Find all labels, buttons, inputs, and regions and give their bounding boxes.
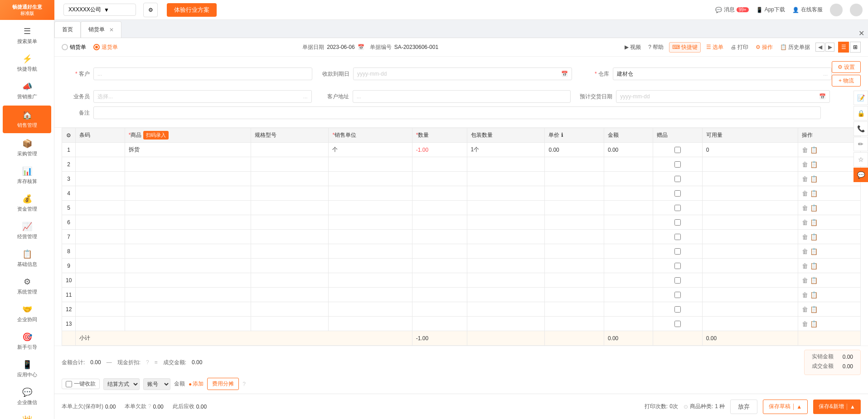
row-gift[interactable] <box>653 273 702 288</box>
row-qty[interactable] <box>412 230 467 244</box>
row-unit[interactable] <box>329 273 412 288</box>
row-gift[interactable] <box>653 186 702 201</box>
copy-icon[interactable]: 📋 <box>810 190 818 197</box>
delete-icon[interactable]: 🗑 <box>802 190 808 197</box>
col-settings[interactable]: ⚙ <box>62 128 76 143</box>
sidebar-item-search-order[interactable]: ☰ 搜索菜单 <box>0 22 54 49</box>
salesperson-input[interactable]: 选择... ... <box>93 90 312 103</box>
row-barcode[interactable] <box>76 317 125 331</box>
row-spec[interactable] <box>251 230 329 244</box>
tab-sales[interactable]: 销货单 ✕ <box>81 21 121 38</box>
row-barcode[interactable] <box>76 259 125 273</box>
row-unit[interactable] <box>329 302 412 317</box>
delete-icon[interactable]: 🗑 <box>802 291 808 299</box>
trial-button[interactable]: 体验行业方案 <box>167 3 217 17</box>
delete-icon[interactable]: 🗑 <box>802 233 808 241</box>
row-pkg-qty[interactable] <box>467 244 545 259</box>
user-avatar-2[interactable] <box>850 4 863 16</box>
copy-icon[interactable]: 📋 <box>810 262 818 270</box>
row-qty[interactable] <box>412 302 467 317</box>
gift-checkbox[interactable] <box>674 161 681 168</box>
payment-calendar-icon[interactable]: 📅 <box>561 71 568 77</box>
logistics-button[interactable]: + 物流 <box>832 75 861 87</box>
row-pkg-qty[interactable] <box>467 186 545 201</box>
row-spec[interactable] <box>251 288 329 302</box>
scan-button[interactable]: 扫码录入 <box>143 131 169 140</box>
copy-icon[interactable]: 📋 <box>810 320 818 327</box>
history-btn[interactable]: 📋 历史单据 <box>778 43 812 52</box>
row-amount[interactable] <box>604 244 653 259</box>
operations-btn[interactable]: ⚙ 操作 <box>754 43 775 52</box>
messages-button[interactable]: 💬 消息 99+ <box>715 6 749 14</box>
row-amount[interactable] <box>604 201 653 215</box>
row-qty[interactable] <box>412 186 467 201</box>
save-new-chevron-icon[interactable]: ▲ <box>847 404 855 410</box>
account-select[interactable]: 账号 <box>143 378 170 390</box>
tab-sales-close[interactable]: ✕ <box>109 27 114 33</box>
right-tool-edit[interactable]: ✏ <box>853 137 868 151</box>
row-spec[interactable] <box>251 172 329 186</box>
radio-return[interactable]: 退货单 <box>93 43 118 51</box>
row-pkg-qty[interactable] <box>467 273 545 288</box>
delete-icon[interactable]: 🗑 <box>802 248 808 255</box>
row-spec[interactable] <box>251 259 329 273</box>
gift-checkbox[interactable] <box>674 205 681 211</box>
app-download-button[interactable]: 📱 App下载 <box>756 6 785 14</box>
gift-checkbox[interactable] <box>674 190 681 197</box>
row-spec[interactable] <box>251 143 329 157</box>
right-tool-star[interactable]: ☆ <box>853 152 868 167</box>
row-price[interactable] <box>545 186 604 201</box>
one-pay-button[interactable]: 一键收款 <box>62 379 100 389</box>
row-price[interactable] <box>545 157 604 172</box>
row-goods[interactable] <box>125 288 251 302</box>
copy-icon[interactable]: 📋 <box>810 248 818 255</box>
row-unit[interactable] <box>329 317 412 331</box>
delete-icon[interactable]: 🗑 <box>802 146 808 154</box>
delete-icon[interactable]: 🗑 <box>802 175 808 183</box>
row-spec[interactable] <box>251 215 329 230</box>
sidebar-item-sales-mgmt[interactable]: 🏠 销售管理 <box>3 106 51 133</box>
radio-sales[interactable]: 销货单 <box>62 43 86 51</box>
gift-checkbox[interactable] <box>674 219 681 226</box>
row-barcode[interactable] <box>76 186 125 201</box>
sidebar-item-inventory[interactable]: 📊 库存核算 <box>0 162 54 189</box>
row-price[interactable] <box>545 201 604 215</box>
row-gift[interactable] <box>653 230 702 244</box>
select-btn[interactable]: ☰ 选单 <box>704 43 725 52</box>
row-barcode[interactable] <box>76 143 125 157</box>
row-barcode[interactable] <box>76 172 125 186</box>
row-price[interactable] <box>545 230 604 244</box>
right-tool-note[interactable]: 📝 <box>853 91 868 105</box>
row-barcode[interactable] <box>76 288 125 302</box>
user-avatar[interactable] <box>830 4 843 16</box>
row-amount[interactable] <box>604 172 653 186</box>
close-window-button[interactable]: ✕ <box>858 29 864 38</box>
row-unit[interactable] <box>329 215 412 230</box>
copy-icon[interactable]: 📋 <box>810 219 818 226</box>
settings-gear-button[interactable]: ⚙ <box>143 3 158 17</box>
row-qty[interactable] <box>412 157 467 172</box>
sidebar-item-new-guide[interactable]: 🎯 新手引导 <box>0 327 54 355</box>
row-gift[interactable] <box>653 215 702 230</box>
row-gift[interactable] <box>653 172 702 186</box>
row-unit[interactable]: 个 <box>329 143 412 157</box>
row-amount[interactable] <box>604 157 653 172</box>
row-pkg-qty[interactable] <box>467 302 545 317</box>
row-pkg-qty[interactable] <box>467 288 545 302</box>
sidebar-item-purchase-mgmt[interactable]: 📦 采购管理 <box>0 134 54 162</box>
list-view-btn[interactable]: ☰ <box>838 42 849 53</box>
sidebar-item-enterprise-collab[interactable]: 🤝 企业协同 <box>0 300 54 327</box>
save-draft-chevron-icon[interactable]: ▲ <box>793 404 802 410</box>
row-barcode[interactable] <box>76 201 125 215</box>
grid-view-btn[interactable]: ⊞ <box>850 42 861 53</box>
copy-icon[interactable]: 📋 <box>810 233 818 241</box>
row-amount[interactable] <box>604 230 653 244</box>
nav-next[interactable]: ▶ <box>825 43 834 52</box>
sidebar-item-capital-mgmt[interactable]: 💰 资金管理 <box>0 189 54 217</box>
row-price[interactable] <box>545 288 604 302</box>
right-tool-feedback[interactable]: 💬 <box>853 168 868 182</box>
row-qty[interactable] <box>412 288 467 302</box>
row-spec[interactable] <box>251 317 329 331</box>
row-price[interactable] <box>545 317 604 331</box>
help-btn[interactable]: ? 帮助 <box>646 43 665 52</box>
